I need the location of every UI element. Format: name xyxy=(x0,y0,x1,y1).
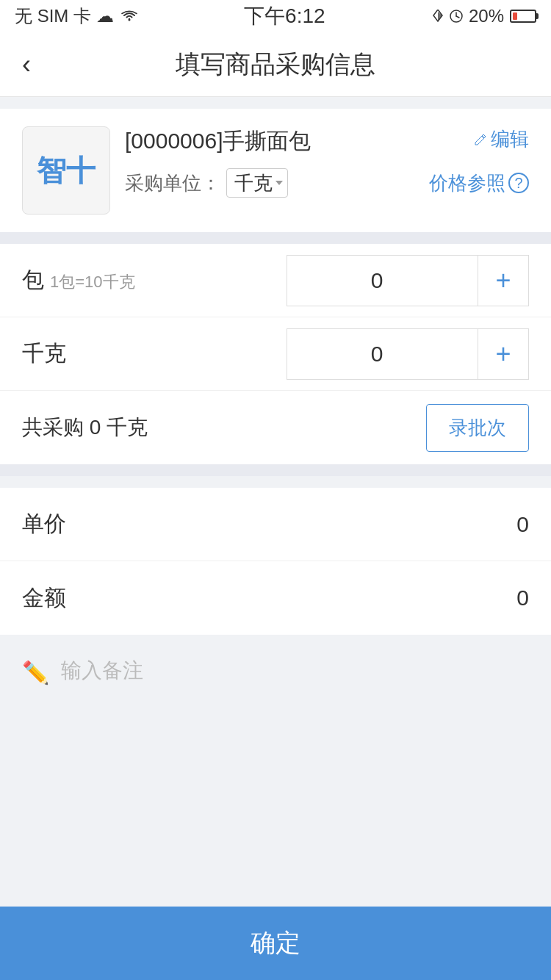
confirm-button[interactable]: 确定 xyxy=(0,907,551,980)
bao-sublabel: 1包=10千克 xyxy=(50,273,135,291)
edit-button[interactable]: 编辑 xyxy=(473,126,529,152)
svg-point-0 xyxy=(128,19,130,21)
kg-plus-button[interactable]: + xyxy=(478,328,529,380)
product-info: [0000006]手撕面包 编辑 采购单位： 千克 包 箱 价格参照 xyxy=(125,126,529,198)
amount-label: 金额 xyxy=(22,583,66,613)
kg-input-wrap: + xyxy=(287,328,529,380)
back-button[interactable]: ‹ xyxy=(22,49,31,80)
price-ref-help-icon: ? xyxy=(508,173,529,193)
bao-label: 包1包=10千克 xyxy=(22,265,287,295)
product-card: 智十 [0000006]手撕面包 编辑 采购单位： 千克 包 箱 xyxy=(0,109,551,232)
svg-line-4 xyxy=(456,16,459,18)
section-divider-2 xyxy=(0,464,551,476)
unit-label: 采购单位： xyxy=(125,170,220,196)
amount-row: 金额 0 xyxy=(0,561,551,635)
price-ref-button[interactable]: 价格参照 ? xyxy=(429,170,529,196)
product-unit-row: 采购单位： 千克 包 箱 价格参照 ? xyxy=(125,168,529,198)
location-icon xyxy=(432,10,444,23)
total-text: 共采购 0 千克 xyxy=(22,414,148,442)
status-time: 下午6:12 xyxy=(244,2,325,30)
pencil-icon: ✏️ xyxy=(22,660,49,685)
unit-price-row: 单价 0 xyxy=(0,488,551,561)
unit-select[interactable]: 千克 包 箱 xyxy=(226,168,288,198)
bao-input-row: 包1包=10千克 + xyxy=(0,244,551,317)
product-image: 智十 xyxy=(22,126,110,215)
bao-input[interactable] xyxy=(287,255,478,306)
battery-icon xyxy=(510,10,536,23)
edit-label: 编辑 xyxy=(491,126,529,152)
product-header: [0000006]手撕面包 编辑 xyxy=(125,126,529,156)
section-divider-1 xyxy=(0,232,551,244)
kg-label: 千克 xyxy=(22,339,287,369)
product-name: [0000006]手撕面包 xyxy=(125,126,311,156)
svg-line-5 xyxy=(482,136,484,138)
price-section: 单价 0 金额 0 xyxy=(0,488,551,635)
product-logo: 智十 xyxy=(37,151,96,191)
edit-icon xyxy=(473,132,488,147)
bao-input-wrap: + xyxy=(287,255,529,306)
wifi-icon xyxy=(121,10,137,22)
remark-placeholder: 输入备注 xyxy=(61,657,143,685)
status-bar: 无 SIM 卡 ☁ 下午6:12 20% xyxy=(0,0,551,32)
amount-value: 0 xyxy=(516,586,529,610)
price-ref-label: 价格参照 xyxy=(429,170,505,196)
nav-bar: ‹ 填写商品采购信息 xyxy=(0,32,551,97)
no-sim-text: 无 SIM 卡 ☁ xyxy=(15,4,114,28)
unit-price-label: 单价 xyxy=(22,509,66,539)
remark-section[interactable]: ✏️ 输入备注 xyxy=(0,635,551,723)
status-left: 无 SIM 卡 ☁ xyxy=(15,4,137,28)
kg-input[interactable] xyxy=(287,328,478,380)
input-section: 包1包=10千克 + 千克 + xyxy=(0,244,551,391)
unit-price-value: 0 xyxy=(516,512,529,537)
status-right: 20% xyxy=(432,6,536,26)
record-batch-button[interactable]: 录批次 xyxy=(426,404,529,452)
bao-plus-button[interactable]: + xyxy=(478,255,529,306)
battery-percent: 20% xyxy=(469,6,504,26)
total-row: 共采购 0 千克 录批次 xyxy=(0,391,551,464)
kg-input-row: 千克 + xyxy=(0,317,551,391)
clock-icon xyxy=(450,10,463,23)
page-title: 填写商品采购信息 xyxy=(176,48,375,82)
